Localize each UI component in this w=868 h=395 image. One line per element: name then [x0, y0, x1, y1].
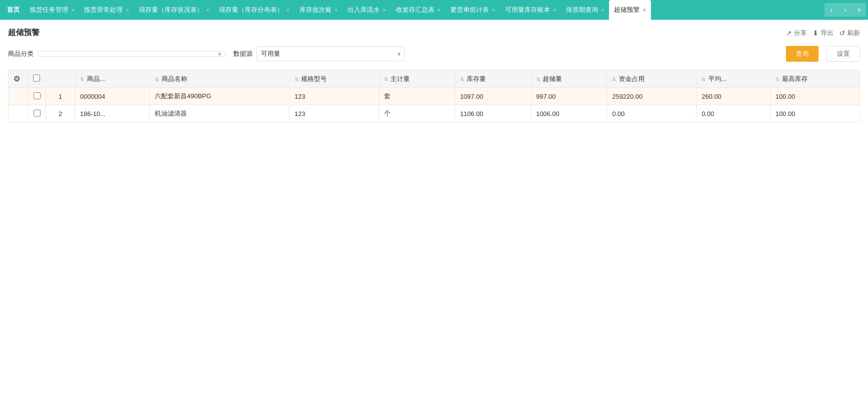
page-title: 超储预警	[8, 28, 40, 38]
close-icon[interactable]: ×	[383, 7, 386, 13]
nav-tab-inventory-dist[interactable]: 现存量（库存分布表） ×	[214, 0, 294, 20]
table-header-row: ⚙ ⇅ 商品... ⇅ 商品名称 ⇅ 规格型号	[8, 70, 860, 88]
close-icon[interactable]: ×	[553, 7, 556, 13]
spec-cell: 123	[289, 105, 379, 122]
settings-button[interactable]: 设置	[826, 46, 860, 62]
product-code-cell: 186-10...	[75, 105, 150, 122]
overstock-cell: 1006.00	[531, 105, 607, 122]
row-settings-cell	[8, 88, 28, 105]
product-code-column-header[interactable]: ⇅ 商品...	[75, 70, 150, 88]
stock-column-header[interactable]: ⇅ 库存量	[455, 70, 531, 88]
unit-cell: 套	[379, 88, 455, 105]
checkbox-column-header	[28, 70, 46, 88]
close-icon[interactable]: ×	[492, 7, 495, 13]
nav-tab-overstock-warning[interactable]: 超储预警 ×	[609, 0, 651, 20]
max-stock-cell: 100.00	[770, 105, 860, 122]
select-all-checkbox[interactable]	[33, 75, 40, 81]
nav-arrows: ‹ › ×	[825, 3, 866, 17]
nav-arrow-left[interactable]: ‹	[825, 3, 838, 17]
settings-button-wrapper: 设置	[826, 46, 860, 62]
nav-tab-inout-flow[interactable]: 出入库流水 ×	[343, 0, 391, 20]
spec-column-header[interactable]: ⇅ 规格型号	[289, 70, 379, 88]
nav-tab-expiry-query[interactable]: 保质期查询 ×	[561, 0, 609, 20]
datasource-select-wrapper: 可用量 ▾	[257, 46, 405, 61]
row-checkbox[interactable]	[34, 110, 41, 117]
max-stock-column-header[interactable]: ⇅ 最高库存	[770, 70, 860, 88]
stock-cell: 1097.00	[455, 88, 531, 105]
page-content: 超储预警 ↗ 分享 ⬇ 导出 ↺ 刷新 商品分类 ▾	[0, 20, 868, 395]
spec-cell: 123	[289, 88, 379, 105]
nav-tab-pick-exception[interactable]: 拣货异常处理 ×	[79, 0, 133, 20]
close-icon[interactable]: ×	[601, 7, 604, 13]
share-button[interactable]: ↗ 分享	[786, 29, 807, 38]
product-name-column-header[interactable]: ⇅ 商品名称	[150, 70, 290, 88]
product-code-cell: 0000004	[75, 88, 150, 105]
product-name-cell: 机油滤清器	[150, 105, 290, 122]
unit-column-header[interactable]: ⇅ 主计量	[379, 70, 455, 88]
category-filter-item: 商品分类 ▾	[8, 49, 225, 58]
sort-icon: ⇅	[536, 77, 540, 82]
sort-icon: ⇅	[295, 77, 299, 82]
filter-row: 商品分类 ▾ 数据源 可用量 ▾ 查询 设置	[8, 46, 860, 62]
refresh-icon: ↺	[839, 29, 845, 37]
category-select-wrapper: ▾	[38, 51, 225, 57]
capital-column-header[interactable]: ⇅ 资金占用	[607, 70, 696, 88]
settings-column-header[interactable]: ⚙	[8, 70, 28, 88]
unit-cell: 个	[379, 105, 455, 122]
avg-column-header[interactable]: ⇅ 平均...	[696, 70, 770, 88]
capital-cell: 259220.00	[607, 88, 696, 105]
nav-tab-inventory-status[interactable]: 现存量（库存状况表） ×	[134, 0, 214, 20]
nav-tab-order-stats[interactable]: 要货单统计表 ×	[445, 0, 500, 20]
close-icon[interactable]: ×	[643, 7, 646, 13]
avg-cell: 0.00	[696, 105, 770, 122]
nav-tab-available-book[interactable]: 可用量库存账本 ×	[500, 0, 561, 20]
close-icon[interactable]: ×	[206, 7, 209, 13]
stock-cell: 1106.00	[455, 105, 531, 122]
close-icon[interactable]: ×	[126, 7, 129, 13]
close-icon[interactable]: ×	[437, 7, 440, 13]
sort-icon: ⇅	[384, 77, 388, 82]
nav-arrow-right[interactable]: ›	[838, 3, 852, 17]
row-num-cell: 1	[46, 88, 75, 105]
row-checkbox[interactable]	[34, 92, 41, 99]
close-icon[interactable]: ×	[286, 7, 289, 13]
top-navigation: 首页 拣货任务管理 × 拣货异常处理 × 现存量（库存状况表） × 现存量（库存…	[0, 0, 868, 20]
row-checkbox-cell	[28, 105, 46, 122]
sort-icon: ⇅	[460, 77, 464, 82]
datasource-filter-item: 数据源 可用量 ▾	[233, 46, 405, 61]
nav-tab-home[interactable]: 首页	[2, 0, 25, 20]
table-row: 1 0000004 六配套新昌490BPG 123 套 1097.00 997.…	[8, 88, 860, 105]
capital-cell: 0.00	[607, 105, 696, 122]
sort-icon: ⇅	[80, 77, 84, 82]
close-icon[interactable]: ×	[71, 7, 74, 13]
nav-arrow-close[interactable]: ×	[852, 3, 866, 17]
row-checkbox-cell	[28, 88, 46, 105]
nav-tab-inout-summary[interactable]: 收发存汇总表 ×	[391, 0, 445, 20]
max-stock-cell: 100.00	[770, 88, 860, 105]
query-button[interactable]: 查询	[786, 46, 819, 62]
sort-icon: ⇅	[612, 77, 616, 82]
datasource-filter-label: 数据源	[233, 49, 253, 58]
refresh-button[interactable]: ↺ 刷新	[839, 29, 860, 38]
overstock-cell: 997.00	[531, 88, 607, 105]
datasource-select[interactable]: 可用量	[257, 46, 405, 61]
close-icon[interactable]: ×	[335, 7, 338, 13]
table-row: 2 186-10... 机油滤清器 123 个 1106.00 1006.00 …	[8, 105, 860, 122]
row-settings-cell	[8, 105, 28, 122]
gear-icon: ⚙	[13, 75, 20, 83]
data-table: ⚙ ⇅ 商品... ⇅ 商品名称 ⇅ 规格型号	[8, 70, 860, 122]
sort-icon: ⇅	[776, 77, 780, 82]
action-buttons: 查询	[786, 46, 819, 62]
sort-icon: ⇅	[701, 77, 705, 82]
export-icon: ⬇	[813, 29, 819, 37]
page-header: 超储预警 ↗ 分享 ⬇ 导出 ↺ 刷新	[8, 28, 860, 38]
product-name-cell: 六配套新昌490BPG	[150, 88, 290, 105]
nav-tab-batch-account[interactable]: 库存批次账 ×	[295, 0, 343, 20]
category-filter-label: 商品分类	[8, 49, 34, 58]
category-select[interactable]	[38, 51, 225, 57]
nav-tab-pick-task[interactable]: 拣货任务管理 ×	[25, 0, 79, 20]
export-button[interactable]: ⬇ 导出	[813, 29, 833, 38]
row-num-cell: 2	[46, 105, 75, 122]
row-num-column-header	[46, 70, 75, 88]
overstock-column-header[interactable]: ⇅ 超储量	[531, 70, 607, 88]
